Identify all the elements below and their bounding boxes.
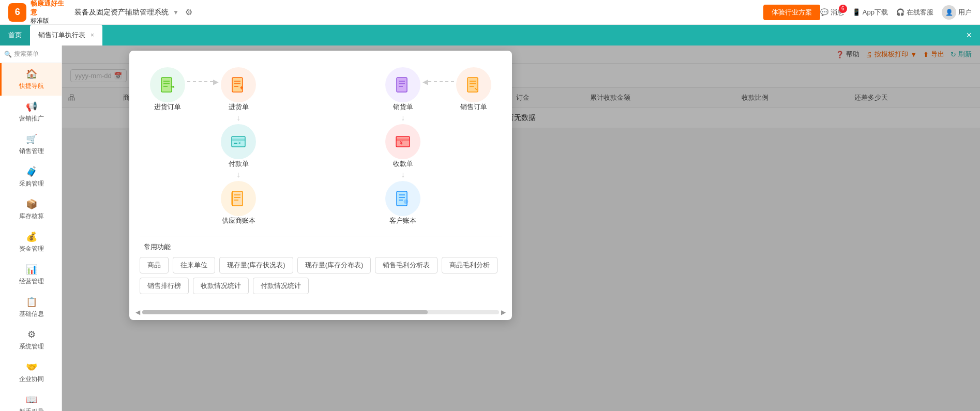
service-label: 在线客服 xyxy=(907,8,933,17)
trial-button[interactable]: 体验行业方案 xyxy=(763,5,820,20)
sales-order-label: 销售订单 xyxy=(460,102,487,112)
down-arrow-receipt: ↓ xyxy=(385,169,420,181)
scroll-left-arrow[interactable]: ◀ xyxy=(133,309,142,316)
scroll-track[interactable] xyxy=(142,310,499,314)
supplier-ledger-label: 供应商账本 xyxy=(222,216,255,225)
app-icon: 📱 xyxy=(852,8,861,16)
down-arrow-sb: ↓ xyxy=(385,112,420,124)
basic-info-label: 基础信息 xyxy=(19,310,44,318)
marketing-icon: 📢 xyxy=(26,101,37,112)
tab-close-icon[interactable]: × xyxy=(91,32,94,39)
sidebar-item-newbie[interactable]: 📖 新手引导 xyxy=(0,389,62,411)
user-avatar: 👤 xyxy=(942,5,956,20)
func-btn-row2: 销售排行榜 收款情况统计 付款情况统计 xyxy=(140,278,502,294)
payment-label: 付款单 xyxy=(229,159,249,169)
message-button[interactable]: 💬 消息 6 xyxy=(820,8,844,17)
sidebar: 🔍 搜索菜单 🏠 快捷导航 📢 营销推广 🛒 销售管理 🧳 采购管理 📦 库存核… xyxy=(0,45,62,411)
purchase-label: 采购管理 xyxy=(19,179,44,188)
func-btn-product[interactable]: 商品 xyxy=(140,257,169,273)
svg-rect-0 xyxy=(161,78,172,92)
svg-rect-21 xyxy=(396,136,410,147)
svg-point-28 xyxy=(404,200,408,204)
func-btn-sales-margin[interactable]: 销售毛利分析表 xyxy=(375,257,438,273)
func-btn-counterparty[interactable]: 往来单位 xyxy=(173,257,215,273)
sales-bill-circle[interactable] xyxy=(385,67,420,102)
purchase-bill-circle[interactable] xyxy=(221,67,256,102)
func-btn-product-margin[interactable]: 商品毛利分析 xyxy=(442,257,497,273)
sidebar-item-quick-nav[interactable]: 🏠 快捷导航 xyxy=(0,63,62,96)
user-label: 用户 xyxy=(958,8,972,17)
dropdown-icon[interactable]: ▼ xyxy=(173,9,179,16)
sidebar-item-system[interactable]: ⚙ 系统管理 xyxy=(0,324,62,356)
tab-sales-label: 销售订单执行表 xyxy=(38,31,85,40)
sales-bill-col: 销货单 ↓ ¥ 收款单 xyxy=(385,67,420,225)
inventory-label: 库存核算 xyxy=(19,212,44,221)
sales-label: 销售管理 xyxy=(19,147,44,156)
supplier-ledger-circle[interactable] xyxy=(221,181,256,216)
popup-overlay[interactable]: 进货订单 ▶ xyxy=(62,45,980,411)
func-btn-receipt-stats[interactable]: 收款情况统计 xyxy=(193,278,249,294)
finance-label: 资金管理 xyxy=(19,245,44,253)
sales-icon: 🛒 xyxy=(26,133,37,145)
user-area[interactable]: 👤 用户 xyxy=(942,5,972,20)
sidebar-item-sales[interactable]: 🛒 销售管理 xyxy=(0,128,62,161)
app-label: App下载 xyxy=(863,8,888,17)
func-btn-payment-stats[interactable]: 付款情况统计 xyxy=(253,278,309,294)
newbie-label: 新手引导 xyxy=(19,407,44,411)
brand-name: 畅康通好生意 xyxy=(31,0,70,17)
common-functions: 常用功能 商品 往来单位 现存量(库存状况表) 现存量(库存分布表) 销售毛利分… xyxy=(129,242,512,307)
service-icon: 🎧 xyxy=(896,8,904,16)
purchase-order-label: 进货订单 xyxy=(154,102,181,112)
header-right: 💬 消息 6 📱 App下载 🎧 在线客服 👤 用户 xyxy=(820,5,972,20)
receipt-circle[interactable]: ¥ xyxy=(385,124,420,159)
sidebar-item-finance[interactable]: 💰 资金管理 xyxy=(0,226,62,258)
tab-sales-order-exec[interactable]: 销售订单执行表 × xyxy=(30,25,102,45)
purchase-icon: 🧳 xyxy=(26,166,37,177)
svg-rect-22 xyxy=(396,139,410,141)
sales-bill-label: 销货单 xyxy=(393,102,413,112)
settings-icon[interactable]: ⚙ xyxy=(185,7,192,17)
sidebar-item-purchase[interactable]: 🧳 采购管理 xyxy=(0,161,62,193)
app-download-button[interactable]: 📱 App下载 xyxy=(852,8,888,17)
sidebar-item-operations[interactable]: 📊 经营管理 xyxy=(0,258,62,291)
sales-order-circle[interactable] xyxy=(456,67,491,102)
func-btn-current-stock-dist[interactable]: 现存量(库存分布表) xyxy=(297,257,371,273)
scroll-thumb[interactable] xyxy=(142,310,428,314)
purchase-bill-col: 进货单 ↓ ¥ xyxy=(221,67,256,225)
purchase-bill-label: 进货单 xyxy=(229,102,249,112)
tabs-bar: 首页 销售订单执行表 × × xyxy=(0,25,980,45)
sales-order-col: 销售订单 xyxy=(456,67,491,112)
sidebar-search[interactable]: 🔍 搜索菜单 xyxy=(0,45,62,63)
down-arrow-payment: ↓ xyxy=(221,169,256,181)
online-service-button[interactable]: 🎧 在线客服 xyxy=(896,8,933,17)
logo-area: 6 畅康通好生意 标准版 xyxy=(8,0,70,25)
scroll-right-arrow[interactable]: ▶ xyxy=(499,309,508,316)
sidebar-item-marketing[interactable]: 📢 营销推广 xyxy=(0,96,62,128)
customer-ledger-circle[interactable] xyxy=(385,181,420,216)
popup-divider xyxy=(140,236,502,236)
operations-label: 经营管理 xyxy=(19,277,44,286)
brand-version: 标准版 xyxy=(31,17,70,25)
tab-home[interactable]: 首页 xyxy=(0,25,30,45)
func-btn-sales-ranking[interactable]: 销售排行榜 xyxy=(140,278,189,294)
logo-text: 畅康通好生意 标准版 xyxy=(31,0,70,25)
sidebar-item-inventory[interactable]: 📦 库存核算 xyxy=(0,193,62,226)
inventory-icon: 📦 xyxy=(26,199,37,210)
tabs-close-button[interactable]: × xyxy=(958,30,980,41)
payment-circle[interactable]: ¥ xyxy=(221,124,256,159)
operations-icon: 📊 xyxy=(26,264,37,275)
system-icon: ⚙ xyxy=(27,329,36,340)
newbie-icon: 📖 xyxy=(26,394,37,405)
func-btn-current-stock-status[interactable]: 现存量(库存状况表) xyxy=(219,257,293,273)
purchase-order-circle[interactable] xyxy=(150,67,185,102)
sidebar-item-basic-info[interactable]: 📋 基础信息 xyxy=(0,291,62,324)
arrow-po-to-pb: ▶ xyxy=(185,78,221,86)
header: 6 畅康通好生意 标准版 装备及固定资产辅助管理系统 ▼ ⚙ 体验行业方案 💬 … xyxy=(0,0,980,25)
logo-icon: 6 xyxy=(8,3,26,22)
common-functions-title: 常用功能 xyxy=(140,242,502,252)
quick-nav-icon: 🏠 xyxy=(26,68,37,80)
svg-rect-4 xyxy=(232,78,243,92)
svg-rect-16 xyxy=(231,192,233,205)
func-btn-row1: 商品 往来单位 现存量(库存状况表) 现存量(库存分布表) 销售毛利分析表 商品… xyxy=(140,257,502,273)
sidebar-item-cooperation[interactable]: 🤝 企业协同 xyxy=(0,356,62,389)
